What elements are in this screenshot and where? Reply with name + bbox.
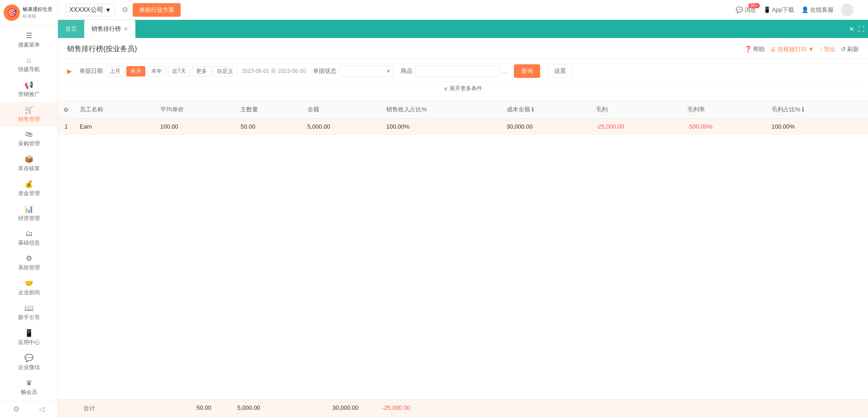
print-label: 按模板打印 [777, 45, 807, 53]
sidebar-item-basic-info[interactable]: 🗂 基础信息 [0, 226, 58, 250]
footer-profit-pct [472, 404, 517, 412]
date-btn-更多[interactable]: 更多 [192, 66, 211, 77]
date-btn-近7天[interactable]: 近7天 [168, 66, 190, 77]
expand-more-btn[interactable]: ∨ 展开更多条件 [67, 81, 859, 95]
nav-label-vip: 畅会员 [21, 388, 37, 396]
sidebar-item-system[interactable]: ⚙ 系统管理 [0, 250, 58, 275]
nav-label-finance: 资金管理 [18, 190, 40, 197]
sidebar-item-operations[interactable]: 📊 经营管理 [0, 201, 58, 226]
message-button[interactable]: 💬 消息 99+ [736, 6, 756, 14]
query-button[interactable]: 查询 [514, 64, 540, 78]
avatar[interactable] [841, 4, 854, 16]
filter-bar: ▶ 单据日期 上月本月本年近7天更多自定义 2023-06-01 至 2023-… [58, 59, 868, 101]
table-row: 1 Eam 100.00 50.00 5,000.00 100.00% 30,0… [58, 119, 868, 135]
sidebar-item-purchase[interactable]: 🛍 采购管理 [0, 127, 58, 151]
date-btn-自定义[interactable]: 自定义 [213, 66, 237, 77]
sidebar-item-guide[interactable]: 📖 新手引导 [0, 300, 58, 325]
nav-label-inventory: 库存核算 [18, 165, 40, 173]
more-filter-btn[interactable]: ... [502, 68, 507, 74]
company-name: XXXXX公司 [69, 6, 103, 14]
logo-icon: 🎯 [4, 5, 20, 21]
nav-icon-vip: ♛ [26, 379, 32, 387]
settings-button[interactable]: 设置 [547, 64, 573, 78]
export-label: 导出 [824, 45, 835, 53]
sidebar-item-sales[interactable]: 🛒 销售管理 [0, 102, 58, 127]
sidebar: 🎯 畅康通好生意 标准版 ☰ 搜索菜单 ⌂ 快捷导航 📢 营销推广 🛒 销售管理… [0, 0, 58, 417]
close-window-icon[interactable]: ✕ [849, 25, 854, 33]
industry-button[interactable]: 体验行业方案 [133, 3, 181, 17]
col-profit: 毛利 [590, 101, 681, 119]
nav-icon-enterprise: 🤝 [24, 279, 34, 288]
nav-label-basic-info: 基础信息 [18, 239, 40, 247]
nav-label-guide: 新手引导 [18, 314, 40, 321]
footer-profit-rate [427, 404, 472, 412]
nav-icon-inventory: 📦 [24, 155, 34, 163]
nav-label-system: 系统管理 [18, 264, 40, 272]
footer-avg-price [146, 404, 191, 412]
nav-label-purchase: 采购管理 [18, 140, 40, 148]
sidebar-item-wechat[interactable]: 💬 企业微信 [0, 350, 58, 375]
print-button[interactable]: 🖨 按模板打印 ▼ [770, 45, 814, 53]
tab-close-icon[interactable]: ✕ [124, 26, 128, 32]
app-download-link[interactable]: 📱 App下载 [763, 6, 794, 14]
help-button[interactable]: ❓ 帮助 [744, 45, 765, 53]
tab-home[interactable]: 首页 [58, 20, 84, 38]
filter-collapse-icon[interactable]: ▶ [67, 67, 72, 75]
nav-icon-search: ☰ [26, 31, 32, 40]
col-profit-rate: 毛利率 [682, 101, 766, 119]
sidebar-item-marketing[interactable]: 📢 营销推广 [0, 77, 58, 102]
sidebar-item-inventory[interactable]: 📦 库存核算 [0, 151, 58, 176]
goods-input[interactable] [415, 66, 499, 77]
date-filter-label: 单据日期 [79, 67, 103, 75]
sidebar-item-vip[interactable]: ♛ 畅会员 [0, 375, 58, 400]
filter-row: ▶ 单据日期 上月本月本年近7天更多自定义 2023-06-01 至 2023-… [67, 64, 859, 78]
cell-rank-0: 1 [58, 119, 74, 135]
nav-label-marketing: 营销推广 [18, 91, 40, 98]
sidebar-item-quick-nav[interactable]: ⌂ 快捷导航 [0, 53, 58, 77]
export-button[interactable]: ↑ 导出 [820, 45, 836, 53]
topbar-right: 💬 消息 99+ 📱 App下载 👤 在线客服 [736, 4, 861, 16]
settings-icon[interactable]: ⚙ [13, 405, 19, 413]
header-actions: ❓ 帮助 🖨 按模板打印 ▼ ↑ 导出 ↺ 刷新 [744, 45, 859, 53]
footer-amount: 5,000.00 [232, 404, 277, 412]
logo-text: 畅康通好生意 [23, 6, 53, 13]
page-title: 销售排行榜(按业务员) [67, 44, 137, 54]
logo-sub: 标准版 [23, 13, 53, 19]
home-tab-label: 首页 [65, 25, 77, 33]
footer-cost: 30,000.00 [327, 404, 377, 412]
support-icon: 👤 [801, 6, 809, 13]
tab-sales-ranking[interactable]: 销售排行榜 ✕ [84, 20, 135, 38]
nav-icon-guide: 📖 [24, 304, 34, 312]
date-btn-本月[interactable]: 本月 [126, 66, 145, 77]
company-selector[interactable]: XXXXX公司 ▼ [65, 4, 115, 16]
gear-icon[interactable]: ⚙ [122, 5, 128, 14]
date-range-text: 2023-06-01 至 2023-06-30 [242, 67, 306, 75]
topbar: XXXXX公司 ▼ ⚙ 体验行业方案 💬 消息 99+ 📱 App下载 👤 在线… [58, 0, 868, 20]
nav-icon-quick-nav: ⌂ [27, 56, 31, 64]
footer-label: 合计 [78, 404, 146, 412]
refresh-button[interactable]: ↺ 刷新 [841, 45, 859, 53]
date-btn-上月[interactable]: 上月 [106, 66, 125, 77]
nav-icon-sales: 🛒 [24, 105, 34, 114]
maximize-icon[interactable]: ⛶ [858, 25, 864, 33]
col-settings[interactable]: ⚙ [58, 101, 74, 119]
nav-label-wechat: 企业微信 [18, 364, 40, 371]
collapse-icon[interactable]: ◁ [39, 405, 44, 413]
date-btn-本年[interactable]: 本年 [147, 66, 166, 77]
footer-qty: 50.00 [191, 404, 232, 412]
sidebar-bottom: ⚙ ◁ [0, 401, 58, 417]
online-support-link[interactable]: 👤 在线客服 [801, 6, 834, 14]
sidebar-item-finance[interactable]: 💰 资金管理 [0, 176, 58, 201]
sidebar-item-app-center[interactable]: 📱 应用中心 [0, 325, 58, 350]
app-logo: 🎯 畅康通好生意 标准版 [0, 0, 58, 26]
status-select[interactable] [339, 66, 393, 77]
sidebar-item-enterprise[interactable]: 🤝 企业协同 [0, 275, 58, 300]
footer-cells: 合计 50.00 5,000.00 30,000.00 -25,000.00 [63, 404, 863, 412]
date-range-buttons: 上月本月本年近7天更多自定义 [106, 66, 237, 77]
sidebar-item-search[interactable]: ☰ 搜索菜单 [0, 28, 58, 53]
col-name: 员工名称 [74, 101, 155, 119]
export-icon: ↑ [820, 46, 823, 53]
tab-expand-area: ✕ ⛶ [849, 25, 864, 33]
cell-sales-pct-0: 100.00% [381, 119, 501, 135]
print-icon: 🖨 [770, 46, 776, 53]
